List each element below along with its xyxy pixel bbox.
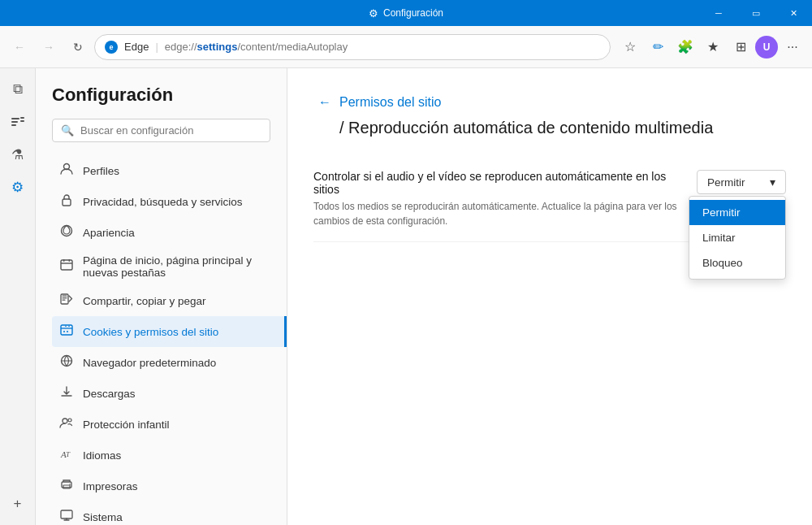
sidebar-item-label-impresoras: Impresoras	[83, 480, 138, 492]
svg-point-20	[68, 326, 70, 328]
main-layout: ⧉ ⚗ ⚙ + Configuración 🔍 Perfiles	[0, 68, 812, 525]
svg-rect-1	[11, 121, 18, 123]
split-screen-icon[interactable]: ⊞	[728, 34, 754, 60]
address-edge-label: Edge	[124, 41, 149, 53]
sidebar-settings-icon[interactable]: ⚙	[3, 172, 32, 202]
address-separator: |	[155, 41, 158, 53]
autoplay-dropdown-menu: Permitir Limitar Bloqueo	[689, 196, 786, 280]
svg-point-23	[68, 419, 71, 422]
profile-icon[interactable]: U	[755, 36, 778, 59]
breadcrumb-link[interactable]: Permisos del sitio	[339, 95, 441, 110]
compartir-icon	[58, 292, 75, 310]
sidebar-item-label-compartir: Compartir, copiar y pegar	[83, 295, 206, 307]
sidebar-item-label-proteccion: Protección infantil	[83, 419, 170, 431]
svg-rect-14	[63, 300, 66, 301]
collections-icon[interactable]: ★	[700, 34, 726, 60]
sidebar-item-sistema[interactable]: Sistema	[52, 501, 287, 525]
dropdown-option-limitar[interactable]: Limitar	[689, 225, 785, 250]
edge-favicon: e	[105, 41, 118, 54]
address-url-suffix: /content/mediaAutoplay	[237, 41, 348, 53]
titlebar-title-text: Configuración	[383, 7, 443, 19]
settings-panel-title: Configuración	[52, 85, 287, 106]
sidebar-item-impresoras[interactable]: Impresoras	[52, 471, 287, 501]
sidebar-item-navegador[interactable]: Navegador predeterminado	[52, 347, 287, 378]
sidebar-item-label-apariencia: Apariencia	[83, 227, 135, 239]
svg-rect-12	[63, 296, 67, 297]
impresoras-icon	[58, 477, 75, 495]
sidebar-item-proteccion[interactable]: Protección infantil	[52, 409, 287, 440]
apariencia-icon	[58, 223, 75, 241]
close-button[interactable]: ✕	[775, 0, 812, 26]
menu-button[interactable]: ···	[780, 34, 806, 60]
svg-rect-15	[61, 325, 72, 335]
sidebar-translate-icon[interactable]	[3, 107, 32, 137]
svg-point-28	[69, 484, 71, 485]
privacidad-icon	[58, 193, 75, 210]
svg-point-17	[63, 331, 65, 332]
sidebar-item-apariencia[interactable]: Apariencia	[52, 217, 287, 248]
svg-rect-0	[11, 118, 19, 119]
copilot-icon[interactable]: ✏	[645, 34, 671, 60]
addressbar: ← → ↻ e Edge | edge://settings/content/m…	[0, 26, 812, 68]
perfiles-icon	[58, 162, 75, 180]
search-box[interactable]: 🔍	[52, 119, 270, 142]
address-field[interactable]: e Edge | edge://settings/content/mediaAu…	[94, 34, 611, 60]
sidebar-item-label-privacidad: Privacidad, búsqueda y servicios	[83, 196, 243, 208]
svg-point-18	[67, 331, 68, 332]
address-url-prefix: edge://	[165, 41, 197, 53]
idiomas-icon: AT	[58, 446, 75, 464]
svg-text:T: T	[66, 450, 71, 458]
navegador-icon	[58, 354, 75, 371]
address-url-bold: settings	[197, 41, 238, 53]
sidebar-add-button[interactable]: +	[3, 489, 32, 518]
sidebar-labs-icon[interactable]: ⚗	[3, 140, 32, 169]
dropdown-option-permitir[interactable]: Permitir	[689, 200, 785, 225]
address-url: edge://settings/content/mediaAutoplay	[165, 41, 348, 53]
dropdown-chevron-icon: ▾	[770, 176, 775, 189]
extensions-icon[interactable]: 🧩	[672, 34, 698, 60]
sidebar-item-perfiles[interactable]: Perfiles	[52, 155, 287, 186]
autoplay-dropdown-button[interactable]: Permitir ▾	[697, 170, 786, 194]
cookies-icon	[58, 323, 75, 341]
favorites-icon[interactable]: ☆	[617, 34, 643, 60]
sidebar-icon-strip: ⧉ ⚗ ⚙ +	[0, 68, 36, 525]
sistema-icon	[58, 508, 75, 525]
sidebar-tabs-icon[interactable]: ⧉	[3, 75, 32, 104]
svg-rect-3	[20, 117, 24, 119]
page-subtitle: / Reproducción automática de contenido m…	[339, 119, 786, 137]
sidebar-item-inicio[interactable]: Página de inicio, página principal y nue…	[52, 248, 287, 285]
svg-rect-8	[61, 260, 72, 270]
titlebar-gear-icon: ⚙	[369, 7, 378, 20]
titlebar-controls: ─ ▭ ✕	[700, 0, 812, 26]
sidebar-item-label-descargas: Descargas	[83, 388, 136, 400]
restore-button[interactable]: ▭	[737, 0, 775, 26]
autoplay-setting-row: Controlar si el audio y el vídeo se repr…	[313, 157, 786, 242]
autoplay-dropdown-container: Permitir ▾ Permitir Limitar Bloqueo	[697, 170, 786, 194]
minimize-button[interactable]: ─	[700, 0, 737, 26]
svg-rect-9	[63, 259, 65, 262]
forward-button[interactable]: →	[36, 34, 62, 60]
svg-rect-29	[61, 510, 72, 518]
dropdown-option-bloqueo[interactable]: Bloqueo	[689, 250, 785, 276]
search-icon: 🔍	[61, 124, 74, 137]
sidebar-item-label-sistema: Sistema	[83, 511, 123, 523]
back-button[interactable]: ←	[6, 34, 32, 60]
sidebar-item-privacidad[interactable]: Privacidad, búsqueda y servicios	[52, 186, 287, 217]
content-area: ← Permisos del sitio / Reproducción auto…	[287, 68, 812, 525]
svg-rect-4	[20, 120, 24, 122]
sidebar-item-label-idiomas: Idiomas	[83, 449, 121, 462]
sidebar-item-idiomas[interactable]: AT Idiomas	[52, 440, 287, 471]
search-input[interactable]	[80, 124, 261, 137]
back-to-permissions-button[interactable]: ←	[313, 91, 336, 114]
setting-desc: Todos los medios se reproducirán automát…	[313, 199, 684, 228]
nav-list: Perfiles Privacidad, búsqueda y servicio…	[52, 155, 287, 525]
sidebar-item-cookies[interactable]: Cookies y permisos del sitio	[52, 316, 287, 347]
sidebar-item-label-navegador: Navegador predeterminado	[83, 357, 216, 369]
svg-rect-27	[63, 485, 70, 488]
sidebar-item-compartir[interactable]: Compartir, copiar y pegar	[52, 285, 287, 316]
refresh-button[interactable]: ↻	[65, 34, 91, 60]
sidebar-item-descargas[interactable]: Descargas	[52, 378, 287, 409]
settings-panel: Configuración 🔍 Perfiles Privacidad, bús…	[36, 68, 287, 525]
titlebar: ⚙ Configuración ─ ▭ ✕	[0, 0, 812, 26]
svg-rect-2	[11, 124, 16, 126]
